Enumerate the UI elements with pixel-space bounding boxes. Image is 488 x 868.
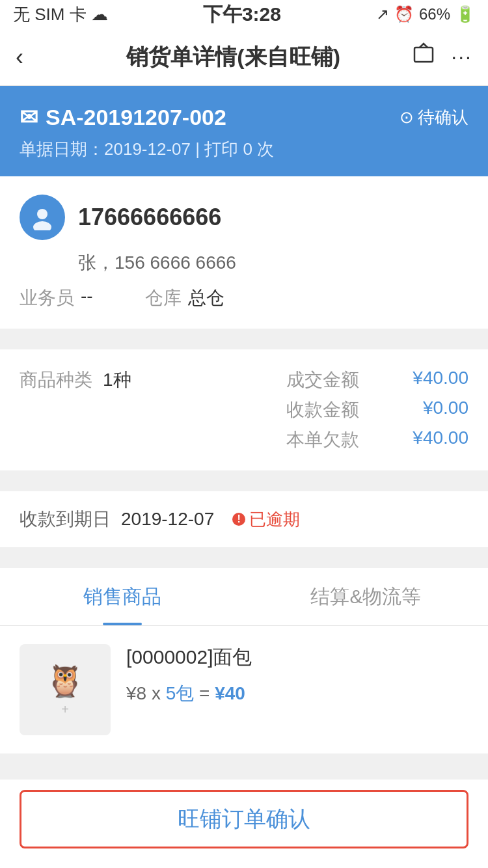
- alarm-icon: ⏰: [394, 5, 414, 23]
- customer-card: 17666666666 张，156 6666 6666 业务员 -- 仓库 总仓: [0, 176, 488, 329]
- tab-settlement[interactable]: 结算&物流等: [244, 568, 488, 625]
- bottom-bar: 旺铺订单确认: [0, 780, 488, 868]
- sim-status: 无 SIM 卡 ☁: [13, 3, 108, 26]
- product-image-plus: +: [61, 702, 69, 717]
- order-icon: ✉: [20, 104, 38, 130]
- order-header: ✉ SA-20191207-002 ⊙ 待确认 单据日期：2019-12-07 …: [0, 86, 488, 176]
- warehouse-value: 总仓: [188, 286, 224, 310]
- customer-phone: 17666666666: [78, 204, 221, 231]
- status-bar: 无 SIM 卡 ☁ 下午3:28 ↗ ⏰ 66% 🔋: [0, 0, 488, 29]
- summary-card: 商品种类 1种 成交金额 ¥40.00 收款金额 ¥0.00 本单欠款 ¥40.…: [0, 349, 488, 470]
- product-type-label: 商品种类: [20, 368, 92, 392]
- equals-sign: =: [199, 683, 215, 703]
- product-info: [0000002]面包 ¥8 x 5包 = ¥40: [126, 644, 468, 706]
- product-price: ¥8 x 5包 = ¥40: [126, 681, 468, 706]
- order-status: ⊙ 待确认: [400, 106, 468, 129]
- product-thumbnail: 🦉 +: [20, 644, 111, 735]
- status-left: 无 SIM 卡 ☁: [13, 3, 108, 26]
- total-price: ¥40: [215, 683, 245, 703]
- clock-icon: ⊙: [400, 107, 414, 128]
- multiply-sign: x: [152, 683, 166, 703]
- order-date: 单据日期：2019-12-07 | 打印 0 次: [20, 138, 468, 161]
- confirm-order-button[interactable]: 旺铺订单确认: [20, 790, 468, 848]
- overdue-text: 已逾期: [249, 508, 300, 531]
- more-button[interactable]: ···: [451, 45, 472, 69]
- quantity: 5包: [166, 683, 195, 703]
- location-icon: ↗: [376, 5, 389, 23]
- page-title: 销货单详情(来自旺铺): [126, 42, 340, 72]
- amount-label: 成交金额: [286, 368, 359, 392]
- share-button[interactable]: [412, 42, 435, 72]
- product-item: 🦉 + [0000002]面包 ¥8 x 5包 = ¥40: [20, 644, 468, 735]
- tab-sales-products[interactable]: 销售商品: [0, 568, 244, 625]
- divider-1: [0, 339, 488, 349]
- product-image-owl: 🦉: [46, 663, 85, 699]
- customer-meta: 业务员 -- 仓库 总仓: [20, 286, 468, 310]
- overdue-icon: !: [232, 513, 245, 526]
- divider-3: [0, 558, 488, 568]
- due-date-value: 2019-12-07: [121, 509, 214, 530]
- receipt-value: ¥0.00: [423, 398, 468, 422]
- back-button[interactable]: ‹: [16, 44, 55, 71]
- status-time: 下午3:28: [203, 1, 281, 28]
- order-id: ✉ SA-20191207-002: [20, 104, 226, 130]
- amount-value: ¥40.00: [413, 368, 468, 392]
- warehouse-label: 仓库: [145, 286, 182, 310]
- divider-2: [0, 481, 488, 491]
- status-right: ↗ ⏰ 66% 🔋: [376, 5, 475, 23]
- due-date-card: 收款到期日 2019-12-07 ! 已逾期: [0, 491, 488, 547]
- amounts: 成交金额 ¥40.00 收款金额 ¥0.00 本单欠款 ¥40.00: [286, 368, 468, 452]
- product-type-value: 1种: [103, 368, 131, 392]
- product-name: [0000002]面包: [126, 644, 468, 671]
- unit-price: ¥8: [126, 683, 146, 703]
- svg-point-1: [37, 209, 47, 219]
- nav-bar: ‹ 销货单详情(来自旺铺) ···: [0, 29, 488, 86]
- svg-point-2: [33, 221, 51, 230]
- tab-underline: [103, 623, 142, 625]
- receipt-label: 收款金额: [286, 398, 359, 422]
- product-section: 🦉 + [0000002]面包 ¥8 x 5包 = ¥40: [0, 626, 488, 753]
- salesperson-value: --: [81, 286, 93, 310]
- tabs: 销售商品 结算&物流等: [0, 568, 488, 626]
- svg-rect-0: [414, 47, 433, 62]
- battery-level: 66%: [419, 5, 450, 23]
- owed-value: ¥40.00: [413, 427, 468, 452]
- due-date-label: 收款到期日: [20, 507, 111, 532]
- overdue-badge: ! 已逾期: [232, 508, 300, 531]
- customer-name: 张，156 6666 6666: [20, 251, 468, 275]
- customer-avatar: [20, 195, 65, 240]
- owed-label: 本单欠款: [286, 427, 359, 452]
- salesperson-label: 业务员: [20, 286, 74, 310]
- battery-icon: 🔋: [455, 5, 475, 23]
- nav-actions: ···: [412, 42, 472, 72]
